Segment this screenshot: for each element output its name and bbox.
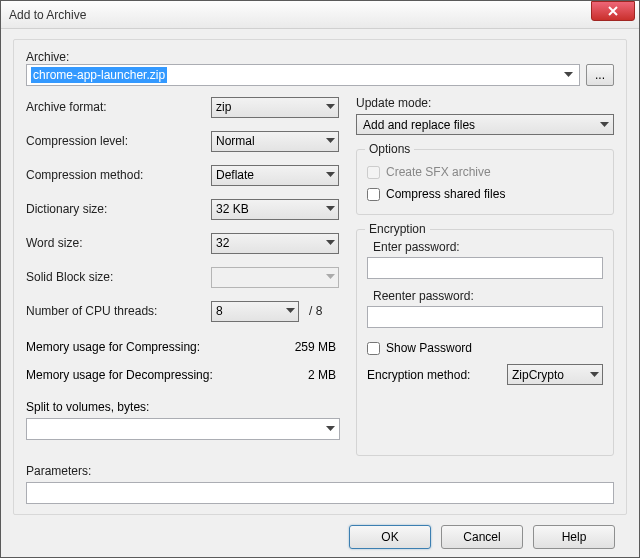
update-mode-label: Update mode: xyxy=(356,96,614,110)
cpu-threads-select[interactable]: 8 xyxy=(211,301,299,322)
chevron-down-icon xyxy=(286,308,295,314)
cpu-threads-max: / 8 xyxy=(309,304,322,318)
word-size-select[interactable]: 32 xyxy=(211,233,339,254)
mem-compress-label: Memory usage for Compressing: xyxy=(26,340,280,358)
dictionary-size-label: Dictionary size: xyxy=(26,202,211,216)
cancel-button[interactable]: Cancel xyxy=(441,525,523,549)
left-column: Archive format: zip Compression level: N… xyxy=(26,96,340,456)
dialog-body: Archive: chrome-app-launcher.zip ... Arc… xyxy=(1,29,639,557)
sfx-label: Create SFX archive xyxy=(386,165,491,179)
encryption-method-label: Encryption method: xyxy=(367,368,499,382)
dialog-window: Add to Archive Archive: chrome-app-launc… xyxy=(0,0,640,558)
mem-compress-value: 259 MB xyxy=(280,340,340,358)
sfx-checkbox-input xyxy=(367,166,380,179)
chevron-down-icon[interactable] xyxy=(560,67,576,83)
close-icon xyxy=(608,6,618,16)
split-volumes-input[interactable] xyxy=(26,418,340,440)
show-password-label: Show Password xyxy=(386,341,472,355)
compression-method-select[interactable]: Deflate xyxy=(211,165,339,186)
compression-method-label: Compression method: xyxy=(26,168,211,182)
parameters-input[interactable] xyxy=(26,482,614,504)
reenter-password-label: Reenter password: xyxy=(373,289,603,303)
window-title: Add to Archive xyxy=(9,8,591,22)
browse-button[interactable]: ... xyxy=(586,64,614,86)
options-group: Options Create SFX archive Compress shar… xyxy=(356,149,614,215)
chevron-down-icon xyxy=(326,206,335,212)
enter-password-input[interactable] xyxy=(367,257,603,279)
split-volumes-label: Split to volumes, bytes: xyxy=(26,400,340,414)
solid-block-size-select xyxy=(211,267,339,288)
right-column: Update mode: Add and replace files Optio… xyxy=(356,96,614,456)
encryption-group: Encryption Enter password: Reenter passw… xyxy=(356,229,614,456)
solid-block-size-label: Solid Block size: xyxy=(26,270,211,284)
archive-label: Archive: xyxy=(26,50,614,64)
chevron-down-icon xyxy=(326,172,335,178)
compression-level-label: Compression level: xyxy=(26,134,211,148)
chevron-down-icon xyxy=(326,104,335,110)
options-title: Options xyxy=(365,142,414,156)
archive-format-select[interactable]: zip xyxy=(211,97,339,118)
parameters-section: Parameters: xyxy=(26,464,614,504)
archive-input[interactable]: chrome-app-launcher.zip xyxy=(26,64,580,86)
compress-shared-checkbox[interactable]: Compress shared files xyxy=(367,184,603,204)
chevron-down-icon xyxy=(326,274,335,280)
cpu-threads-label: Number of CPU threads: xyxy=(26,304,211,318)
mem-decompress-label: Memory usage for Decompressing: xyxy=(26,368,280,386)
chevron-down-icon xyxy=(600,122,609,128)
help-button[interactable]: Help xyxy=(533,525,615,549)
encryption-title: Encryption xyxy=(365,222,430,236)
chevron-down-icon xyxy=(326,426,335,432)
show-password-input[interactable] xyxy=(367,342,380,355)
shared-label: Compress shared files xyxy=(386,187,505,201)
dictionary-size-select[interactable]: 32 KB xyxy=(211,199,339,220)
archive-format-label: Archive format: xyxy=(26,100,211,114)
mem-decompress-value: 2 MB xyxy=(280,368,340,386)
shared-checkbox-input[interactable] xyxy=(367,188,380,201)
reenter-password-input[interactable] xyxy=(367,306,603,328)
chevron-down-icon xyxy=(590,372,599,378)
encryption-method-select[interactable]: ZipCrypto xyxy=(507,364,603,385)
ok-button[interactable]: OK xyxy=(349,525,431,549)
titlebar: Add to Archive xyxy=(1,1,639,29)
parameters-label: Parameters: xyxy=(26,464,614,478)
show-password-checkbox[interactable]: Show Password xyxy=(367,338,603,358)
compression-level-select[interactable]: Normal xyxy=(211,131,339,152)
ellipsis-icon: ... xyxy=(595,68,605,82)
close-button[interactable] xyxy=(591,1,635,21)
create-sfx-checkbox: Create SFX archive xyxy=(367,162,603,182)
enter-password-label: Enter password: xyxy=(373,240,603,254)
word-size-label: Word size: xyxy=(26,236,211,250)
dialog-buttons: OK Cancel Help xyxy=(13,515,627,549)
archive-value: chrome-app-launcher.zip xyxy=(31,67,167,83)
update-mode-select[interactable]: Add and replace files xyxy=(356,114,614,135)
chevron-down-icon xyxy=(326,240,335,246)
inner-panel: Archive: chrome-app-launcher.zip ... Arc… xyxy=(13,39,627,515)
chevron-down-icon xyxy=(326,138,335,144)
